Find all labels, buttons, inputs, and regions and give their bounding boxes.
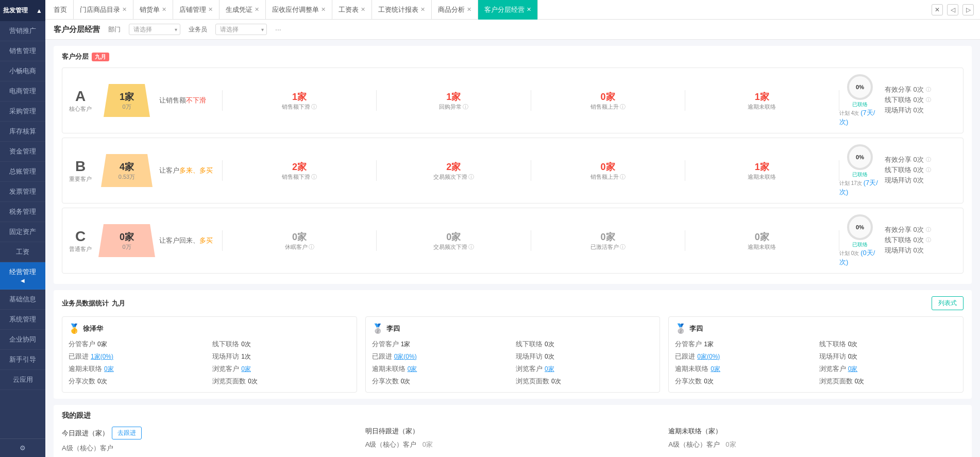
biz-header: 业务员数据统计 九月 列表式 (62, 296, 964, 310)
tier-row-b: B 重要客户 4家 0.53万 让客户多来、多买 2 (62, 138, 964, 204)
follow-col-overdue: 逾期未联络（家） A级（核心）客户 0家 (668, 427, 964, 453)
tab-shop-manage[interactable]: 店铺管理 ✕ (173, 0, 219, 20)
tier-c-stat-4: 0家 逾期未联络 (685, 231, 839, 251)
follow-col-title-overdue: 逾期未联络（家） (668, 427, 964, 436)
tier-row-a: A 核心客户 1家 0万 让销售额不下滑 1家 (62, 67, 964, 133)
tab-close-customer-tier[interactable]: ✕ (527, 6, 531, 13)
customer-tier-title: 客户分层 九月 (62, 52, 964, 61)
tab-close-store-products[interactable]: ✕ (122, 6, 127, 13)
tab-sales-order[interactable]: 销货单 ✕ (133, 0, 173, 20)
sidebar-item-kchsz[interactable]: 库存核算 (0, 122, 45, 142)
info-icon[interactable]: ⓘ (311, 103, 317, 111)
follow-col-title-tomorrow: 明日待跟进（家） (365, 427, 661, 436)
content-area: 客户分层 九月 A 核心客户 1家 0万 (45, 40, 980, 457)
sidebar-item-xsgl[interactable]: 销售管理 (0, 41, 45, 61)
sidebar-item-yyy[interactable]: 云应用 (0, 370, 45, 390)
sidebar-item-jcxx[interactable]: 基础信息 (0, 290, 45, 310)
sidebar-item-jygl[interactable]: 经营管理 ◀ (0, 262, 45, 290)
sidebar-item-zjgl[interactable]: 资金管理 (0, 142, 45, 162)
sidebar-item-xsyd[interactable]: 新手引导 (0, 350, 45, 370)
sidebar: 批发管理 ▲ 营销推广 销售管理 小畅电商 电商管理 采购管理 库存核算 资金管… (0, 0, 45, 457)
staff-stats-0: 分管客户 0家 线下联络 0次 已跟进 1家(0%) 现场拜访 (69, 340, 350, 386)
page-title: 客户分层经营 (54, 25, 100, 35)
tab-ar-ap[interactable]: 应收应付调整单 ✕ (266, 0, 332, 20)
staff-stat-row: 分管客户 0家 (69, 340, 206, 349)
tab-close-gen-voucher[interactable]: ✕ (255, 6, 259, 13)
tab-payroll[interactable]: 工资表 ✕ (332, 0, 372, 20)
tab-close-ar-ap[interactable]: ✕ (321, 6, 326, 13)
tab-close-shop-manage[interactable]: ✕ (208, 6, 213, 13)
staff-grid: 🥇 徐泽华 分管客户 0家 线下联络 0次 已跟进 (62, 316, 964, 393)
tab-close-sales-order[interactable]: ✕ (162, 6, 166, 13)
staff-name-0: 🥇 徐泽华 (69, 323, 350, 334)
sidebar-item-qyxt[interactable]: 企业协同 (0, 330, 45, 350)
biz-stats-section: 业务员数据统计 九月 列表式 🥇 徐泽华 分管客户 0家 (54, 290, 972, 399)
tab-close-all[interactable]: ✕ (932, 4, 943, 15)
dept-label: 部门 (108, 25, 121, 34)
tab-product-analysis[interactable]: 商品分析 ✕ (432, 0, 478, 20)
tier-a-right-stats: 有效分享 0次ⓘ 线下联络 0次ⓘ 现场拜访 0次 (881, 85, 963, 116)
tier-c-stat-2: 0家 交易频次下滑 ⓘ (377, 231, 530, 251)
tab-actions: ✕ ◁ ▷ (932, 4, 978, 15)
sidebar-item-xcdsc[interactable]: 小畅电商 (0, 61, 45, 81)
tier-b-right-stats: 有效分享 0次ⓘ 线下联络 0次ⓘ 现场拜访 0次 (881, 155, 963, 186)
follow-row-label-3: A级（核心）客户 0家 (668, 440, 964, 449)
tier-b-stat-1: 2家 销售额下滑 ⓘ (223, 161, 376, 181)
follow-row-label: A级（核心）客户 (62, 444, 357, 453)
staff-name-1: 🥈 李四 (372, 323, 654, 334)
goto-follow-button[interactable]: 去跟进 (112, 427, 142, 439)
sidebar-item-fpgl[interactable]: 发票管理 (0, 182, 45, 202)
tier-b-stat-4: 1家 逾期未联络 (685, 161, 839, 181)
tab-close-payroll-report[interactable]: ✕ (420, 6, 425, 13)
main-content: 首页 门店商品目录 ✕ 销货单 ✕ 店铺管理 ✕ 生成凭证 ✕ 应收应付调整单 … (45, 0, 980, 457)
tier-a-suggestion: 让销售额不下滑 (155, 96, 222, 105)
sidebar-item-swgl[interactable]: 税务管理 (0, 202, 45, 222)
sidebar-header[interactable]: 批发管理 ▲ (0, 0, 45, 21)
tier-b-stat-3: 0家 销售额上升 ⓘ (531, 161, 685, 181)
sidebar-item-cggl[interactable]: 采购管理 (0, 101, 45, 122)
sidebar-item-dsggl[interactable]: 电商管理 (0, 81, 45, 101)
tab-home[interactable]: 首页 (47, 0, 74, 20)
staff-stat-row: 逾期未联络 0家 (69, 364, 206, 374)
follow-row-label-2: A级（核心）客户 0家 (365, 440, 661, 449)
page-header: 客户分层经营 部门 请选择 业务员 请选择 ··· (45, 20, 980, 40)
sidebar-item-zzgl[interactable]: 总账管理 (0, 162, 45, 182)
sidebar-collapse-icon[interactable]: ▲ (36, 7, 42, 14)
tab-nav-right[interactable]: ▷ (962, 4, 974, 15)
offline-info[interactable]: ⓘ (926, 96, 931, 104)
tier-b-count: 4家 0.53万 (119, 161, 135, 181)
tier-label-a: A 核心客户 (62, 88, 98, 113)
staff-stat-row: 浏览页面数 0次 (212, 377, 350, 386)
sidebar-title: 批发管理 (3, 6, 28, 15)
staff-stats-2: 分管客户 1家 线下联络 0次 已跟进 0家(0%) 现场拜访 (675, 340, 957, 386)
tab-nav-left[interactable]: ◁ (947, 4, 958, 15)
tier-a-circle: 0% 已联络 计划 4次 (7天/次) (839, 74, 881, 127)
tier-a-stat-1: 1家 销售额下滑 ⓘ (223, 91, 376, 111)
sidebar-item-gdzcgl[interactable]: 固定资产 (0, 222, 45, 242)
sidebar-settings[interactable]: ⚙ (0, 438, 45, 457)
tier-a-stat-2: 1家 回购异常 ⓘ (377, 91, 530, 111)
more-filter[interactable]: ··· (275, 25, 281, 33)
staff-select[interactable]: 请选择 (215, 24, 267, 35)
share-info[interactable]: ⓘ (926, 86, 931, 93)
staff-stats-1: 分管客户 1家 线下联络 0次 已跟进 0家(0%) 现场拜访 (372, 340, 654, 386)
sidebar-item-gz[interactable]: 工资 (0, 242, 45, 262)
tab-customer-tier[interactable]: 客户分层经营 ✕ (478, 0, 538, 20)
sidebar-item-yxyt[interactable]: 营销推广 (0, 21, 45, 41)
staff-stat-row: 浏览客户 0家 (212, 364, 350, 374)
sidebar-item-xtgl[interactable]: 系统管理 (0, 310, 45, 330)
tab-close-payroll[interactable]: ✕ (361, 6, 365, 13)
list-view-button[interactable]: 列表式 (932, 296, 964, 310)
follow-col-today: 今日跟进（家） 去跟进 A级（核心）客户 (62, 427, 357, 453)
tab-gen-voucher[interactable]: 生成凭证 ✕ (219, 0, 266, 20)
dept-select[interactable]: 请选择 (129, 24, 180, 35)
staff-stat-row: 现场拜访 1次 (212, 352, 350, 361)
staff-stat-row: 分享次数 0次 (69, 377, 206, 386)
tab-store-products[interactable]: 门店商品目录 ✕ (74, 0, 133, 20)
info-icon-3[interactable]: ⓘ (620, 103, 626, 111)
tab-close-product-analysis[interactable]: ✕ (467, 6, 471, 13)
tab-payroll-report[interactable]: 工资统计报表 ✕ (372, 0, 432, 20)
follow-header: 我的跟进 (62, 411, 964, 420)
info-icon-2[interactable]: ⓘ (463, 103, 468, 111)
tier-a-count: 1家 0万 (120, 91, 134, 111)
